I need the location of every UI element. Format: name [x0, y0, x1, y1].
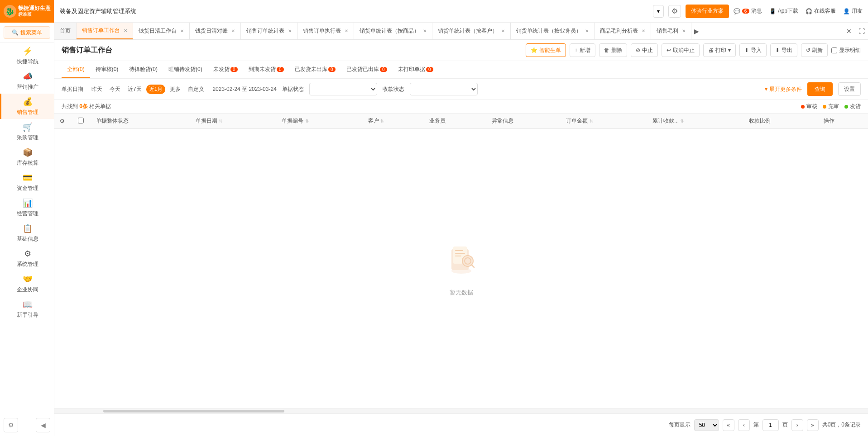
add-button[interactable]: + 新增	[570, 43, 595, 57]
tab-home[interactable]: 首页	[54, 23, 77, 39]
system-dropdown[interactable]: ▾	[653, 5, 664, 18]
tab-cash-daily[interactable]: 钱货日清工作台 ✕	[133, 23, 190, 39]
tab-close-icon[interactable]: ✕	[682, 28, 686, 33]
date-option-yesterday[interactable]: 昨天	[89, 85, 105, 94]
export-button[interactable]: ⬇ 导出	[770, 43, 797, 57]
tab-goods-stat-product[interactable]: 销货单统计表（按商品） ✕	[354, 23, 432, 39]
ship-action[interactable]: 发货	[844, 103, 861, 110]
page-number-input[interactable]	[762, 419, 779, 431]
tab-close-icon[interactable]: ✕	[124, 28, 127, 33]
sub-tab-all[interactable]: 全部(0)	[62, 61, 90, 78]
sub-tab-wangpu[interactable]: 旺铺待发货(0)	[163, 61, 208, 78]
message-button[interactable]: 💬 6 消息	[734, 7, 762, 15]
query-button[interactable]: 查询	[807, 82, 833, 96]
delete-button[interactable]: 🗑 删除	[599, 43, 627, 57]
last-page-button[interactable]: »	[807, 419, 819, 431]
tab-sales-order-workbench[interactable]: 销售订单工作台 ✕	[77, 23, 133, 39]
col-received[interactable]: 累计收款... ⇅	[647, 114, 744, 129]
tab-goods-stat-customer[interactable]: 销货单统计表（按客户） ✕	[432, 23, 511, 39]
topbar-settings-button[interactable]: ⚙	[668, 5, 681, 18]
scroll-thumb[interactable]	[103, 410, 284, 412]
sub-tab-shipped-out[interactable]: 已发货已出库 0	[341, 61, 393, 78]
stop-button[interactable]: ⊘ 中止	[631, 43, 658, 57]
col-number[interactable]: 单据编号 ⇅	[276, 114, 363, 129]
col-date[interactable]: 单据日期 ⇅	[190, 114, 277, 129]
tabs-action-close-current[interactable]: ✕	[843, 25, 855, 38]
collapse-button[interactable]: ◀	[36, 418, 50, 432]
review-action[interactable]: 审核	[801, 103, 817, 110]
anti-review-action[interactable]: 充审	[823, 103, 839, 110]
sidebar-item-operations[interactable]: 📊 经营管理	[0, 195, 54, 220]
ship-dot	[844, 105, 848, 109]
next-page-button[interactable]: ›	[791, 419, 803, 431]
tab-profit-analysis[interactable]: 商品毛利分析表 ✕	[595, 23, 651, 39]
col-amount[interactable]: 订单金额 ⇅	[561, 114, 647, 129]
sub-tab-pending-inspect[interactable]: 待择验货(0)	[124, 61, 163, 78]
tabs-action-maximize[interactable]: ⛶	[855, 25, 868, 38]
tab-close-icon[interactable]: ✕	[345, 28, 348, 33]
sidebar-item-sales[interactable]: 💰 销售管理	[0, 94, 54, 119]
select-all-checkbox[interactable]	[78, 118, 84, 123]
sub-tab-shipped-not-out[interactable]: 已发货未出库 0	[289, 61, 341, 78]
first-page-button[interactable]: «	[723, 419, 734, 431]
not-shipped-badge: 0	[230, 67, 238, 72]
sidebar-item-basic-info[interactable]: 📋 基础信息	[0, 220, 54, 246]
date-option-1month[interactable]: 近1月	[146, 85, 166, 94]
tab-close-icon[interactable]: ✕	[642, 28, 645, 33]
tab-cash-reconcile[interactable]: 钱货日清对账 ✕	[190, 23, 241, 39]
show-detail-input[interactable]	[831, 47, 837, 53]
tab-label: 销货单统计表（按客户）	[438, 27, 498, 35]
tab-goods-stat-staff[interactable]: 销货单统计表（按业务员） ✕	[511, 23, 595, 39]
show-detail-checkbox[interactable]: 显示明细	[831, 47, 861, 54]
tab-close-icon[interactable]: ✕	[231, 28, 235, 33]
payment-select[interactable]	[410, 83, 478, 95]
date-option-custom[interactable]: 自定义	[185, 85, 207, 94]
tab-sales-exec[interactable]: 销售订单执行表 ✕	[297, 23, 354, 39]
tabs-scroll-right[interactable]: ▶	[691, 23, 702, 39]
horizontal-scrollbar[interactable]	[54, 408, 868, 413]
sub-tab-overdue-not-shipped[interactable]: 到期未发货 0	[243, 61, 289, 78]
sidebar-item-purchase[interactable]: 🛒 采购管理	[0, 119, 54, 144]
sidebar-item-finance[interactable]: 💳 资金管理	[0, 170, 54, 195]
date-option-today[interactable]: 今天	[107, 85, 123, 94]
import-button[interactable]: ⬆ 导入	[739, 43, 767, 57]
delete-icon: 🗑	[604, 47, 609, 53]
per-page-select[interactable]: 50 100 200	[694, 419, 719, 431]
col-customer[interactable]: 客户 ⇅	[363, 114, 424, 129]
tab-sales-gross[interactable]: 销售毛利 ✕	[651, 23, 691, 39]
user-menu[interactable]: 👤 用友	[843, 7, 863, 15]
date-option-7days[interactable]: 近7天	[125, 85, 144, 94]
sub-tab-pending-review[interactable]: 待审核(0)	[90, 61, 124, 78]
cancel-stop-button[interactable]: ↩ 取消中止	[662, 43, 700, 57]
smart-create-button[interactable]: ⭐ 智能生单	[526, 43, 566, 57]
date-option-more[interactable]: 更多	[167, 85, 183, 94]
industry-btn[interactable]: 体验行业方案	[686, 5, 729, 18]
online-service-button[interactable]: 🎧 在线客服	[806, 7, 836, 15]
sidebar-item-enterprise[interactable]: 🤝 企业协同	[0, 271, 54, 296]
settings-bottom-button[interactable]: ⚙	[4, 418, 18, 432]
status-select[interactable]	[309, 83, 377, 95]
app-download-button[interactable]: 📱 App下载	[769, 7, 798, 15]
refresh-button[interactable]: ↺ 刷新	[801, 43, 828, 57]
tab-sales-stat[interactable]: 销售订单统计表 ✕	[241, 23, 297, 39]
filter-setting-button[interactable]: 设置	[838, 82, 861, 96]
sidebar-item-guide[interactable]: 📖 新手引导	[0, 296, 54, 322]
sub-tab-not-printed[interactable]: 未打印单据 0	[393, 61, 439, 78]
settings-col-icon[interactable]: ⚙	[60, 118, 65, 124]
sidebar-item-system[interactable]: ⚙ 系统管理	[0, 246, 54, 271]
cancel-stop-icon: ↩	[667, 47, 671, 53]
tab-close-icon[interactable]: ✕	[423, 28, 427, 33]
sidebar-item-inventory[interactable]: 📦 库存核算	[0, 144, 54, 170]
prev-page-button[interactable]: ‹	[738, 419, 750, 431]
tab-close-icon[interactable]: ✕	[585, 28, 589, 33]
sidebar-item-marketing[interactable]: 📣 营销推广	[0, 68, 54, 94]
sidebar-item-shortcut[interactable]: ⚡ 快捷导航	[0, 43, 54, 68]
tab-close-icon[interactable]: ✕	[501, 28, 505, 33]
expand-conditions[interactable]: ▾ 展开更多条件	[765, 85, 802, 93]
sub-tab-not-shipped[interactable]: 未发货 0	[208, 61, 243, 78]
print-button[interactable]: 🖨 打印 ▾	[703, 43, 736, 57]
sidebar-search-button[interactable]: 🔍 搜索菜单	[4, 26, 50, 39]
tab-close-icon[interactable]: ✕	[288, 28, 292, 33]
tab-close-icon[interactable]: ✕	[180, 28, 184, 33]
col-staff[interactable]: 业务员	[424, 114, 486, 129]
